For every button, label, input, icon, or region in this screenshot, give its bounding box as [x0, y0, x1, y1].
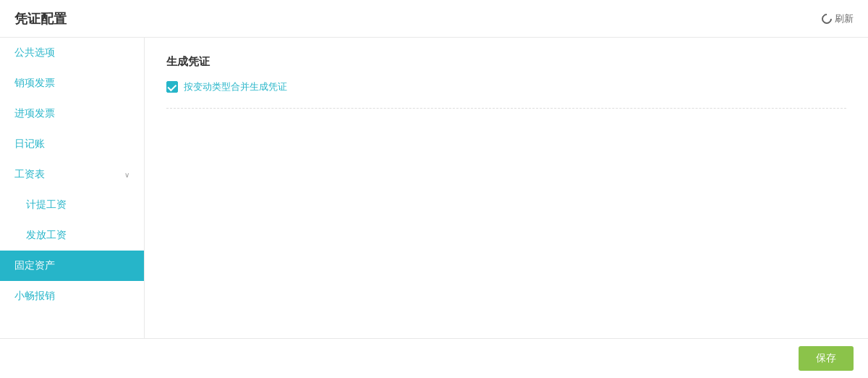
merge-by-type-checkbox[interactable] — [166, 81, 178, 93]
sidebar-item-label: 进项发票 — [14, 107, 55, 120]
save-button[interactable]: 保存 — [799, 346, 854, 371]
sidebar-item-distribute-salary[interactable]: 发放工资 — [0, 220, 144, 251]
chevron-down-icon: ∨ — [124, 171, 129, 179]
checkbox-row: 按变动类型合并生成凭证 — [166, 80, 846, 93]
sidebar-item-label: 计提工资 — [26, 198, 67, 211]
main-content: 生成凭证 按变动类型合并生成凭证 — [145, 38, 868, 338]
sidebar-item-label: 公共选项 — [14, 46, 55, 59]
section-title: 生成凭证 — [166, 55, 846, 69]
checkbox-label: 按变动类型合并生成凭证 — [184, 80, 287, 93]
refresh-icon — [820, 12, 834, 26]
sidebar-item-purchase-invoice[interactable]: 进项发票 — [0, 98, 144, 129]
refresh-label: 刷新 — [835, 12, 854, 25]
sidebar: 公共选项 销项发票 进项发票 日记账 工资表 ∨ 计提工资 发放工资 固定资产 … — [0, 38, 145, 338]
sidebar-item-accrual-salary[interactable]: 计提工资 — [0, 190, 144, 220]
header: 凭证配置 刷新 — [0, 0, 868, 38]
sidebar-item-sales-invoice[interactable]: 销项发票 — [0, 68, 144, 98]
sidebar-item-payroll[interactable]: 工资表 ∨ — [0, 159, 144, 190]
content-area: 公共选项 销项发票 进项发票 日记账 工资表 ∨ 计提工资 发放工资 固定资产 … — [0, 38, 868, 338]
sidebar-item-label: 工资表 — [14, 168, 45, 181]
sidebar-item-label: 日记账 — [14, 138, 45, 151]
section-divider — [166, 108, 846, 109]
page-title: 凭证配置 — [14, 10, 67, 28]
sidebar-item-journal[interactable]: 日记账 — [0, 129, 144, 159]
sidebar-item-label: 销项发票 — [14, 77, 55, 90]
sidebar-item-fixed-assets[interactable]: 固定资产 — [0, 251, 144, 281]
sidebar-item-label: 发放工资 — [26, 229, 67, 242]
sidebar-item-label: 小畅报销 — [14, 290, 55, 303]
sidebar-item-expense-report[interactable]: 小畅报销 — [0, 281, 144, 311]
refresh-button[interactable]: 刷新 — [822, 12, 854, 25]
sidebar-item-label: 固定资产 — [14, 259, 55, 272]
footer: 保存 — [0, 338, 868, 378]
sidebar-item-public[interactable]: 公共选项 — [0, 38, 144, 68]
